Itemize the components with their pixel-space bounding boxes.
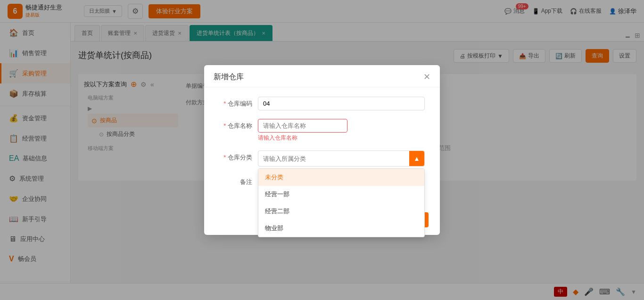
form-row-name: 仓库名称 请输入仓库名称: [219, 119, 425, 142]
modal-header: 新增仓库 ✕: [204, 65, 440, 87]
category-label: 仓库分类: [219, 150, 252, 162]
notes-label: 备注: [219, 175, 252, 186]
modal-body: 仓库编码 仓库名称 请输入仓库名称 仓库分类 ▲ 未分类 经营一部: [204, 87, 440, 207]
modal-close-button[interactable]: ✕: [423, 72, 430, 82]
modal-title: 新增仓库: [214, 72, 244, 82]
name-field-wrap: 请输入仓库名称: [258, 119, 425, 142]
form-row-code: 仓库编码: [219, 97, 425, 110]
name-label: 仓库名称: [219, 119, 252, 130]
new-warehouse-modal: 新增仓库 ✕ 仓库编码 仓库名称 请输入仓库名称 仓库分类 ▲: [204, 65, 440, 235]
category-input[interactable]: [258, 152, 409, 165]
dropdown-item-dept3[interactable]: 物业部: [258, 220, 424, 237]
category-field-wrap: ▲ 未分类 经营一部 经营二部 物业部: [258, 150, 425, 167]
dropdown-item-none[interactable]: 未分类: [258, 169, 424, 186]
form-row-category: 仓库分类 ▲ 未分类 经营一部 经营二部 物业部: [219, 150, 425, 167]
code-input[interactable]: [258, 97, 425, 110]
name-error-msg: 请输入仓库名称: [258, 134, 425, 142]
dropdown-item-dept1[interactable]: 经营一部: [258, 186, 424, 203]
category-dropdown: 未分类 经营一部 经营二部 物业部: [258, 168, 425, 237]
code-label: 仓库编码: [219, 97, 252, 108]
category-input-row: ▲: [258, 150, 425, 167]
category-toggle-button[interactable]: ▲: [409, 151, 424, 166]
name-input[interactable]: [258, 119, 347, 133]
dropdown-item-dept2[interactable]: 经营二部: [258, 203, 424, 220]
